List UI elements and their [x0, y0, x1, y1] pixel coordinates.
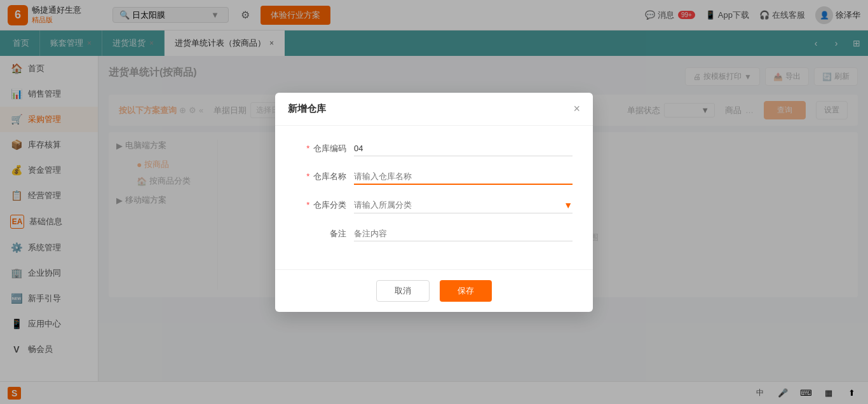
save-button[interactable]: 保存	[440, 280, 492, 302]
modal-close-btn[interactable]: ×	[573, 103, 580, 114]
name-input[interactable]	[354, 169, 573, 185]
form-row-code: * 仓库编码	[295, 141, 573, 156]
modal-body: * 仓库编码 * 仓库名称 * 仓库分类	[275, 126, 593, 269]
code-label: * 仓库编码	[295, 143, 346, 154]
form-row-category: * 仓库分类 ▼	[295, 198, 573, 213]
name-label: * 仓库名称	[295, 171, 346, 182]
modal-header: 新增仓库 ×	[275, 93, 593, 126]
remark-input[interactable]	[354, 226, 573, 241]
category-label-text: 仓库分类	[313, 200, 346, 210]
cancel-button[interactable]: 取消	[376, 280, 430, 302]
code-label-text: 仓库编码	[313, 144, 346, 153]
new-warehouse-modal: 新增仓库 × * 仓库编码 * 仓库名称	[275, 93, 593, 312]
remark-label: 备注	[295, 228, 346, 239]
category-label: * 仓库分类	[295, 199, 346, 211]
modal-title: 新增仓库	[288, 103, 326, 115]
modal-footer: 取消 保存	[275, 269, 593, 312]
category-select[interactable]: ▼	[354, 198, 573, 213]
name-label-text: 仓库名称	[313, 172, 346, 181]
category-dropdown-icon: ▼	[564, 200, 573, 210]
code-input[interactable]	[354, 141, 573, 156]
category-input[interactable]	[354, 200, 561, 210]
modal-overlay: 新增仓库 × * 仓库编码 * 仓库名称	[0, 0, 868, 404]
remark-label-text: 备注	[330, 229, 346, 238]
form-row-name: * 仓库名称	[295, 169, 573, 185]
name-required-mark: *	[306, 172, 309, 181]
category-required-mark: *	[306, 200, 309, 210]
form-row-remark: 备注	[295, 226, 573, 241]
code-required-mark: *	[306, 144, 309, 153]
